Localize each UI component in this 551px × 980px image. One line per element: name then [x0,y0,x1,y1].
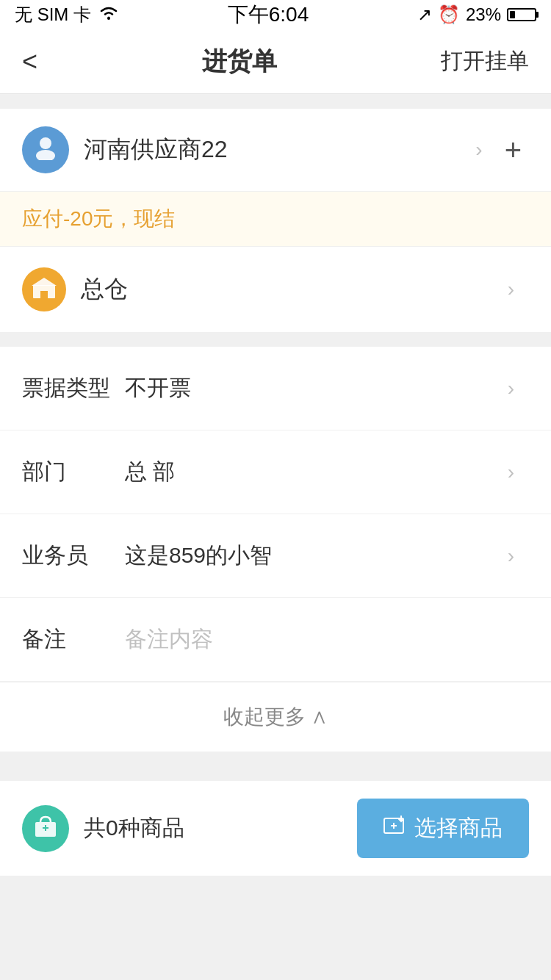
warehouse-name: 总仓 [81,273,508,306]
supplier-section: 河南供应商22 › + 应付-20元，现结 [0,109,551,246]
status-bar: 无 SIM 卡 下午6:04 ↗ ⏰ 23% [0,0,551,29]
product-bag-icon [32,813,59,843]
battery-icon [507,8,536,21]
warehouse-icon [32,276,57,303]
warehouse-row[interactable]: 总仓 › [0,246,551,332]
salesman-label: 业务员 [22,541,125,571]
svg-point-2 [36,150,55,160]
product-icon-circle [22,805,69,852]
svg-point-0 [107,17,110,20]
invoice-type-chevron-icon: › [508,377,514,400]
page-background [0,876,551,980]
form-section: 票据类型 不开票 › 部门 总 部 › 业务员 这是859的小智 › 备注 备注… [0,347,551,752]
carrier-text: 无 SIM 卡 [15,3,91,26]
department-value: 总 部 [125,457,508,487]
collapse-label: 收起更多 ∧ [223,703,328,731]
supplier-avatar [22,126,69,173]
section-gap-1 [0,94,551,109]
salesman-chevron-icon: › [508,544,514,568]
status-time: 下午6:04 [228,1,309,29]
product-count-text: 共0种商品 [84,813,357,843]
salesman-value: 这是859的小智 [125,541,508,571]
battery-percent: 23% [466,4,501,25]
warehouse-icon-circle [22,267,66,311]
back-button[interactable]: < [22,46,37,77]
select-product-button[interactable]: 选择商品 [357,799,529,858]
select-product-label: 选择商品 [414,813,503,843]
status-left: 无 SIM 卡 [15,3,119,26]
notice-text: 应付-20元，现结 [22,207,175,230]
open-pending-button[interactable]: 打开挂单 [441,46,529,76]
svg-marker-4 [32,278,57,286]
supplier-chevron-icon: › [475,138,482,162]
location-icon: ↗ [417,4,432,25]
department-row[interactable]: 部门 总 部 › [0,430,551,514]
avatar-icon [32,134,59,166]
department-chevron-icon: › [508,461,514,484]
remark-row[interactable]: 备注 备注内容 [0,598,551,682]
wifi-icon [98,4,119,25]
supplier-name[interactable]: 河南供应商22 [84,134,475,166]
supplier-row: 河南供应商22 › + [0,109,551,192]
remark-input[interactable]: 备注内容 [125,624,529,655]
svg-rect-5 [40,291,48,298]
alarm-icon: ⏰ [438,4,460,25]
product-section: 共0种商品 选择商品 [0,781,551,876]
invoice-type-value: 不开票 [125,373,508,403]
status-right: ↗ ⏰ 23% [417,4,536,25]
department-label: 部门 [22,457,125,487]
select-btn-icon [383,815,407,842]
remark-label: 备注 [22,624,125,655]
page-title: 进货单 [202,45,277,79]
salesman-row[interactable]: 业务员 这是859的小智 › [0,514,551,598]
svg-point-1 [40,137,51,149]
add-supplier-button[interactable]: + [497,134,529,167]
invoice-type-label: 票据类型 [22,373,125,403]
collapse-button[interactable]: 收起更多 ∧ [0,682,551,752]
invoice-type-row[interactable]: 票据类型 不开票 › [0,347,551,430]
nav-bar: < 进货单 打开挂单 [0,29,551,94]
section-gap-2 [0,752,551,766]
warehouse-chevron-icon: › [508,278,514,301]
notice-banner: 应付-20元，现结 [0,192,551,246]
